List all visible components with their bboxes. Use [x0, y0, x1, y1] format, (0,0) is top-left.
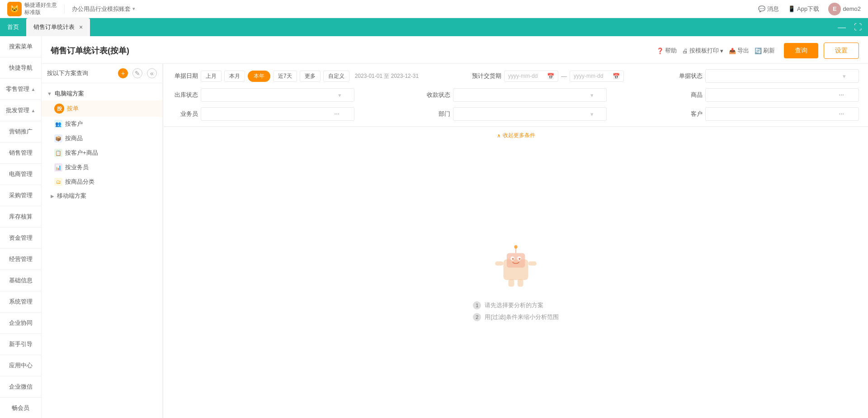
svg-rect-6: [495, 261, 503, 266]
sidebar-item-search[interactable]: 搜索菜单: [0, 36, 41, 57]
settings-button[interactable]: 设置: [824, 43, 859, 59]
scheme-edit-button[interactable]: ✎: [132, 68, 142, 78]
department-select[interactable]: ▾: [453, 107, 607, 121]
scheme-item-by-goods[interactable]: 📦 按商品: [42, 131, 162, 146]
sidebar-item-sales[interactable]: 销售管理: [0, 142, 41, 164]
template-print-button[interactable]: 🖨 按模板打印 ▾: [682, 47, 723, 55]
date-btn-this-year[interactable]: 本年: [248, 71, 270, 82]
tab-home[interactable]: 首页: [0, 18, 26, 36]
delivery-status-select[interactable]: ▾: [201, 88, 354, 102]
app-download-button[interactable]: 📱 App下载: [788, 5, 819, 13]
sidebar-item-member[interactable]: 畅会员: [0, 398, 41, 418]
scheme-group-pc-header[interactable]: ▼ 电脑端方案: [42, 87, 162, 100]
user-profile[interactable]: E demo2: [828, 3, 861, 15]
tip-num-2: 2: [473, 313, 481, 321]
scheme-collapse-button[interactable]: «: [147, 68, 157, 78]
salesperson-label: 业务员: [173, 110, 198, 118]
customer-input[interactable]: ···: [705, 107, 859, 121]
collapse-button[interactable]: ∧ 收起更多条件: [164, 127, 868, 144]
sidebar-item-basics[interactable]: 基础信息: [0, 270, 41, 291]
scheme-icon-by-category: 🗂: [54, 178, 62, 186]
tab-close-icon[interactable]: ×: [79, 24, 83, 31]
date-separator: —: [561, 73, 567, 80]
export-button[interactable]: 📤 导出: [729, 47, 749, 55]
status-select[interactable]: ▾: [705, 69, 859, 83]
svg-rect-9: [518, 279, 524, 287]
maximize-button[interactable]: ⛶: [852, 21, 864, 33]
payment-status-group: 收款状态 ▾: [425, 88, 607, 102]
filter-row-1: 单据日期 上月 本月 本年 近7天 更多 自定义 2023-01-0: [173, 69, 859, 83]
minimize-button[interactable]: —: [835, 21, 848, 33]
app-title-area[interactable]: 办公用品行业模拟账套 ▾: [72, 5, 135, 13]
empty-tips: 1 请先选择要分析的方案 2 用[过滤]条件来缩小分析范围: [473, 301, 558, 321]
customer-group: 客户 ···: [677, 107, 859, 121]
salesperson-group: 业务员 ···: [173, 107, 354, 121]
customer-label: 客户: [677, 110, 703, 118]
message-button[interactable]: 💬 消息: [758, 5, 779, 13]
wholesale-arrow-icon: ▲: [31, 108, 36, 113]
scheme-item-by-customer[interactable]: 👥 按客户: [42, 117, 162, 131]
date-btn-more[interactable]: 更多: [300, 71, 321, 82]
svg-point-4: [512, 258, 514, 260]
date-btn-last-month[interactable]: 上月: [201, 71, 222, 82]
filter-row-2: 出库状态 ▾ 收款状态 ▾: [173, 88, 859, 102]
help-button[interactable]: ❓ 帮助: [656, 47, 677, 55]
sidebar-item-app-center[interactable]: 应用中心: [0, 355, 41, 376]
sidebar-item-operations[interactable]: 经营管理: [0, 249, 41, 270]
tab-bar-actions: — ⛶: [835, 21, 868, 33]
delivery-status-label: 出库状态: [173, 91, 198, 99]
content-area: 销售订单统计表(按单) ❓ 帮助 🖨 按模板打印 ▾ 📤 导出: [42, 36, 868, 418]
tab-sales-order-stats[interactable]: 销售订单统计表 ×: [26, 18, 90, 36]
expected-delivery-end[interactable]: yyyy-mm-dd 📅: [570, 71, 624, 82]
sidebar-item-wholesale[interactable]: 批发管理 ▲: [0, 100, 41, 121]
sidebar-item-marketing[interactable]: 营销推广: [0, 121, 41, 142]
scheme-icon-by-order: 按: [54, 104, 64, 114]
sidebar-item-finance[interactable]: 资金管理: [0, 228, 41, 249]
query-button[interactable]: 查询: [784, 43, 818, 58]
payment-status-arrow: ▾: [590, 92, 594, 99]
svg-point-11: [514, 245, 517, 248]
department-label: 部门: [425, 110, 450, 118]
goods-dots[interactable]: ···: [837, 91, 846, 99]
salesperson-dots[interactable]: ···: [332, 110, 341, 118]
scheme-item-by-salesperson[interactable]: 📊 按业务员: [42, 160, 162, 175]
sidebar-item-ecommerce[interactable]: 电商管理: [0, 164, 41, 185]
refresh-button[interactable]: 🔄 刷新: [755, 47, 775, 55]
sidebar-item-quick-nav[interactable]: 快捷导航: [0, 57, 41, 79]
download-icon: 📱: [788, 5, 795, 12]
date-btn-last-7days[interactable]: 近7天: [273, 71, 297, 82]
scheme-item-by-order[interactable]: 按 按单: [42, 100, 162, 117]
sidebar-item-purchase[interactable]: 采购管理: [0, 185, 41, 206]
split-layout: 按以下方案查询 + ✎ « ▼ 电脑端方案 按 按单: [42, 64, 868, 418]
date-btn-this-month[interactable]: 本月: [224, 71, 245, 82]
pc-group-arrow-icon: ▼: [47, 91, 52, 96]
date-field-group: 单据日期 上月 本月 本年 近7天 更多 自定义: [173, 71, 349, 82]
print-icon: 🖨: [682, 48, 688, 54]
cal-end-icon: 📅: [613, 73, 620, 80]
page-actions-row: ❓ 帮助 🖨 按模板打印 ▾ 📤 导出 🔄 刷新: [656, 43, 859, 59]
sidebar-item-enterprise[interactable]: 企业协同: [0, 313, 41, 334]
date-btn-custom[interactable]: 自定义: [323, 71, 349, 82]
sidebar-item-enterprise-wechat[interactable]: 企业微信: [0, 376, 41, 398]
scheme-group-mobile-header[interactable]: ▶ 移动端方案: [42, 189, 162, 203]
logo-text: 畅捷通好生意 标准版: [24, 2, 57, 16]
message-icon: 💬: [758, 5, 765, 12]
empty-tip-1: 1 请先选择要分析的方案: [473, 301, 558, 309]
scheme-item-by-category[interactable]: 🗂 按商品分类: [42, 175, 162, 189]
payment-status-select[interactable]: ▾: [453, 88, 607, 102]
expected-delivery-start[interactable]: yyyy-mm-dd 📅: [504, 71, 558, 82]
sidebar-item-inventory[interactable]: 库存核算: [0, 206, 41, 228]
scheme-item-by-customer-goods[interactable]: 📋 按客户+商品: [42, 146, 162, 160]
filter-zone: 单据日期 上月 本月 本年 近7天 更多 自定义 2023-01-0: [164, 64, 868, 127]
scheme-add-button[interactable]: +: [118, 68, 128, 78]
customer-dots[interactable]: ···: [837, 110, 846, 118]
sidebar-item-newbie[interactable]: 新手引导: [0, 334, 41, 355]
sidebar-item-system[interactable]: 系统管理: [0, 291, 41, 313]
goods-group: 商品 ···: [677, 88, 859, 102]
salesperson-input[interactable]: ···: [201, 107, 354, 121]
retail-arrow-icon: ▲: [31, 87, 36, 92]
sidebar-item-retail[interactable]: 零售管理 ▲: [0, 79, 41, 100]
goods-input[interactable]: ···: [705, 88, 859, 102]
date-range-display: 2023-01-01 至 2023-12-31: [355, 72, 419, 80]
cal-start-icon: 📅: [547, 73, 554, 80]
